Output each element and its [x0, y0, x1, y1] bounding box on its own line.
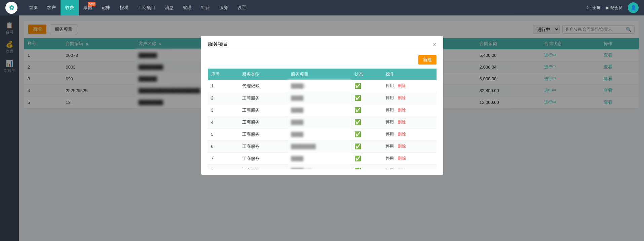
stop-button[interactable]: 停用 — [386, 120, 394, 124]
modal-cell-item: ████ — [288, 104, 351, 116]
modal-cell-seq: 7 — [208, 153, 239, 165]
modal-col-action: 操作 — [382, 69, 437, 80]
modal-cell-action[interactable]: 停用 删除 — [382, 165, 437, 170]
modal-cell-action[interactable]: 停用 删除 — [382, 80, 437, 92]
nav-settings[interactable]: 设置 — [233, 0, 251, 15]
modal-cell-type: 工商服务 — [239, 140, 288, 153]
fullscreen-label: 全屏 — [593, 5, 601, 11]
modal-cell-action[interactable]: 停用 删除 — [382, 104, 437, 116]
modal-table-container[interactable]: 序号 服务类型 服务项目 状态 操作 1 代理记账 ████1 ✅ 停用 删除 … — [208, 69, 437, 169]
modal-cell-status: ✅ — [351, 128, 382, 140]
new-badge: new — [88, 2, 96, 6]
modal-cell-type: 工商服务 — [239, 153, 288, 165]
modal-cell-status: ✅ — [351, 140, 382, 153]
nav-home[interactable]: 首页 — [24, 0, 42, 15]
avatar[interactable]: 👤 — [628, 2, 639, 13]
nav-operation[interactable]: 经营 — [196, 0, 215, 15]
logo-icon: ✿ — [5, 2, 17, 14]
modal-cell-action[interactable]: 停用 删除 — [382, 92, 437, 104]
modal-cell-type: 工商服务 — [239, 104, 288, 116]
nav-manage[interactable]: 管理 — [178, 0, 196, 15]
modal-cell-action[interactable]: 停用 删除 — [382, 128, 437, 140]
modal-table-row: 2 工商服务 ████ ✅ 停用 删除 — [208, 92, 437, 104]
stop-button[interactable]: 停用 — [386, 83, 394, 88]
modal-cell-action[interactable]: 停用 删除 — [382, 116, 437, 128]
modal-cell-type: 工商服务 — [239, 165, 288, 170]
member-label: 畅会员 — [610, 5, 622, 11]
stop-button[interactable]: 停用 — [386, 108, 394, 112]
delete-button[interactable]: 删除 — [398, 83, 406, 88]
modal-table-row: 4 工商服务 ████ ✅ 停用 删除 — [208, 116, 437, 128]
delete-button[interactable]: 删除 — [398, 144, 406, 149]
delete-button[interactable]: 删除 — [398, 156, 406, 161]
modal-cell-item: ████ — [288, 92, 351, 104]
modal-col-type: 服务类型 — [239, 69, 288, 80]
top-nav: ✿ 首页 客户 收费 票据 new 记账 报税 工商项目 消息 管理 经营 服务… — [0, 0, 644, 15]
modal-cell-status: ✅ — [351, 165, 382, 170]
nav-industry[interactable]: 工商项目 — [133, 0, 160, 15]
member-icon: ▶ — [606, 5, 609, 10]
modal-cell-status: ✅ — [351, 153, 382, 165]
modal-cell-seq: 3 — [208, 104, 239, 116]
stop-button[interactable]: 停用 — [386, 168, 394, 169]
modal-close-button[interactable]: × — [433, 41, 437, 47]
top-nav-right: ⛶ 全屏 ▶ 畅会员 👤 — [587, 2, 639, 13]
nav-customer[interactable]: 客户 — [42, 0, 61, 15]
nav-charge[interactable]: 收费 — [61, 0, 79, 15]
modal-cell-status: ✅ — [351, 80, 382, 92]
modal-col-item: 服务项目 — [288, 69, 351, 80]
modal-cell-action[interactable]: 停用 删除 — [382, 153, 437, 165]
modal-cell-seq: 4 — [208, 116, 239, 128]
modal-cell-seq: 6 — [208, 140, 239, 153]
modal-cell-item: ████注册 — [288, 165, 351, 170]
modal-table-row: 7 工商服务 ████ ✅ 停用 删除 — [208, 153, 437, 165]
modal-cell-seq: 5 — [208, 128, 239, 140]
modal-cell-item: ████ — [288, 153, 351, 165]
stop-button[interactable]: 停用 — [386, 132, 394, 136]
delete-button[interactable]: 删除 — [398, 120, 406, 124]
modal-cell-item: ████1 — [288, 80, 351, 92]
nav-message[interactable]: 消息 — [160, 0, 178, 15]
modal-table-row: 8 工商服务 ████注册 ✅ 停用 删除 — [208, 165, 437, 170]
member-button[interactable]: ▶ 畅会员 — [606, 5, 622, 11]
modal-cell-status: ✅ — [351, 116, 382, 128]
modal-cell-item: ████ — [288, 128, 351, 140]
modal-body: 新建 序号 服务类型 服务项目 状态 操作 1 代理记账 — [201, 51, 443, 175]
modal-table-row: 6 工商服务 ████████ ✅ 停用 删除 — [208, 140, 437, 153]
modal-overlay: 服务项目 × 新建 序号 服务类型 服务项目 状态 操作 — [0, 15, 644, 241]
delete-button[interactable]: 删除 — [398, 132, 406, 136]
modal-col-status: 状态 — [351, 69, 382, 80]
modal-header: 服务项目 × — [201, 36, 443, 51]
stop-button[interactable]: 停用 — [386, 156, 394, 161]
modal-title: 服务项目 — [208, 41, 228, 47]
modal-cell-seq: 8 — [208, 165, 239, 170]
modal-new-button[interactable]: 新建 — [418, 55, 437, 65]
nav-items: 首页 客户 收费 票据 new 记账 报税 工商项目 消息 管理 经营 服务 设… — [24, 0, 587, 15]
modal-table: 序号 服务类型 服务项目 状态 操作 1 代理记账 ████1 ✅ 停用 删除 … — [208, 69, 437, 169]
service-modal: 服务项目 × 新建 序号 服务类型 服务项目 状态 操作 — [201, 36, 443, 175]
nav-service[interactable]: 服务 — [215, 0, 233, 15]
modal-cell-type: 代理记账 — [239, 80, 288, 92]
delete-button[interactable]: 删除 — [398, 108, 406, 112]
stop-button[interactable]: 停用 — [386, 144, 394, 149]
stop-button[interactable]: 停用 — [386, 95, 394, 100]
modal-cell-item: ████ — [288, 116, 351, 128]
nav-ticket[interactable]: 票据 new — [79, 0, 97, 15]
modal-col-seq: 序号 — [208, 69, 239, 80]
modal-cell-seq: 2 — [208, 92, 239, 104]
nav-accounting[interactable]: 记账 — [97, 0, 115, 15]
modal-table-row: 3 工商服务 ████ ✅ 停用 删除 — [208, 104, 437, 116]
modal-toolbar: 新建 — [208, 55, 437, 65]
modal-table-row: 5 工商服务 ████ ✅ 停用 删除 — [208, 128, 437, 140]
modal-cell-action[interactable]: 停用 删除 — [382, 140, 437, 153]
modal-table-row: 1 代理记账 ████1 ✅ 停用 删除 — [208, 80, 437, 92]
fullscreen-icon: ⛶ — [587, 5, 591, 10]
delete-button[interactable]: 删除 — [398, 95, 406, 100]
nav-tax[interactable]: 报税 — [115, 0, 133, 15]
delete-button: 删除 — [398, 168, 406, 169]
modal-cell-type: 工商服务 — [239, 92, 288, 104]
modal-cell-item: ████████ — [288, 140, 351, 153]
fullscreen-button[interactable]: ⛶ 全屏 — [587, 5, 601, 11]
modal-cell-status: ✅ — [351, 92, 382, 104]
modal-cell-seq: 1 — [208, 80, 239, 92]
